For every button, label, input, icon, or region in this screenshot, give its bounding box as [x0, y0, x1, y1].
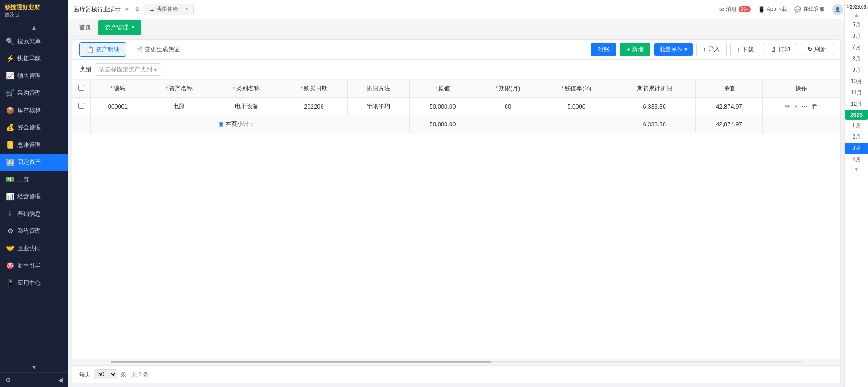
sidebar-label-quick-nav: 快捷导航: [17, 55, 41, 63]
sidebar-item-business[interactable]: 📊经营管理: [0, 188, 68, 205]
tab-asset-detail[interactable]: 📋 资产明细: [79, 42, 126, 57]
month-item-9月[interactable]: 9月: [845, 64, 868, 76]
tab-generate-voucher[interactable]: 📄 变更生成凭证: [128, 42, 187, 57]
cell-actions: ✏ ⎘ ⋯ 🗑: [762, 98, 840, 115]
sidebar-item-basic-info[interactable]: ℹ基础信息: [0, 205, 68, 223]
topbar-left: 医疗器械行业演示 ▾ ⚙ ☁ 我要体验一下: [74, 4, 194, 15]
sidebar-item-enterprise[interactable]: 🤝企业协同: [0, 240, 68, 257]
download-button[interactable]: ↓ 下载: [730, 43, 761, 56]
month-item-3月[interactable]: 3月: [845, 143, 868, 154]
cell-original-value: 50,000.00: [409, 98, 476, 115]
header-checkbox[interactable]: [72, 80, 90, 98]
messages-button[interactable]: ✉ 消息 99+: [719, 5, 751, 13]
asset-table: *编码 *资产名称 *类别名称 *购买日期 折旧方法 *原值 *期限(月) *残…: [72, 80, 840, 133]
app-download-button[interactable]: 📱 App下载: [758, 5, 787, 13]
sidebar-item-quick-nav[interactable]: ⚡快捷导航: [0, 50, 68, 67]
tab-asset-management[interactable]: 资产管理 ×: [98, 20, 141, 35]
edit-icon[interactable]: ✏: [785, 103, 790, 110]
sidebar-item-purchase[interactable]: 🛒采购管理: [0, 84, 68, 102]
main-with-panel: 📋 资产明细 📄 变更生成凭证 对账 + 新增 批量操作 ▾: [68, 35, 844, 387]
horizontal-scrollbar[interactable]: [72, 359, 840, 365]
subtotal-label-cell: ▣ 本页小计：: [213, 115, 409, 133]
tab-home[interactable]: 首页: [73, 20, 98, 35]
sidebar-item-system[interactable]: ⚙系统管理: [0, 223, 68, 240]
panel-scroll-up[interactable]: ▲: [853, 11, 860, 19]
month-item-2023[interactable]: 2023: [845, 110, 868, 120]
row-select[interactable]: [78, 103, 84, 109]
refresh-button[interactable]: ↻ 刷新: [801, 43, 833, 56]
panel-close-icon[interactable]: ×: [847, 4, 850, 10]
row-checkbox[interactable]: [72, 98, 90, 115]
scroll-thumb[interactable]: [111, 361, 491, 363]
sidebar-icon-inventory: 📦: [5, 106, 15, 114]
cell-accumulated: 6,333.36: [613, 98, 696, 115]
select-all-checkbox[interactable]: [78, 85, 84, 91]
sidebar-item-payroll[interactable]: 💵工资: [0, 171, 68, 188]
sidebar-scroll-up[interactable]: ▲: [0, 22, 68, 33]
subtotal-period-empty: [476, 115, 540, 133]
dl-icon: ↓: [737, 46, 740, 53]
messages-label: 消息: [726, 5, 737, 13]
header-residual-rate: *残值率(%): [540, 80, 613, 98]
sidebar-item-sales[interactable]: 📈销售管理: [0, 67, 68, 84]
subtotal-accumulated: 6,333.36: [613, 115, 696, 133]
more-icon[interactable]: ⋯: [801, 103, 808, 110]
month-item-5月[interactable]: 5月: [845, 19, 868, 30]
generate-voucher-label: 变更生成凭证: [144, 45, 180, 54]
import-button[interactable]: ↑ 导入: [696, 43, 727, 56]
batch-button[interactable]: 批量操作 ▾: [654, 43, 693, 56]
app-download-label: App下载: [767, 5, 787, 13]
sidebar-item-ledger[interactable]: 📒总账管理: [0, 136, 68, 154]
panel-scroll-down[interactable]: ▼: [853, 165, 860, 174]
total-text: 条，共 1 条: [121, 371, 149, 378]
header-accumulated: 期初累计折旧: [613, 80, 696, 98]
sidebar-item-app-center[interactable]: 📱应用中心: [0, 274, 68, 292]
sidebar-label-sales: 销售管理: [17, 72, 41, 80]
month-item-8月[interactable]: 8月: [845, 53, 868, 64]
panel-expand-icon[interactable]: ⤢: [866, 4, 868, 10]
delete-icon[interactable]: 🗑: [811, 103, 818, 110]
new-button[interactable]: + 新增: [620, 43, 650, 56]
topbar: 医疗器械行业演示 ▾ ⚙ ☁ 我要体验一下 ✉ 消息 99+ 📱 App下载 💬…: [68, 0, 868, 19]
month-item-10月[interactable]: 10月: [845, 76, 868, 87]
sidebar-item-inventory[interactable]: 📦库存核算: [0, 102, 68, 119]
sidebar-item-search[interactable]: 🔍搜索菜单: [0, 33, 68, 50]
month-item-4月[interactable]: 4月: [845, 154, 868, 165]
month-item-2月[interactable]: 2月: [845, 131, 868, 143]
sidebar-label-fund: 资金管理: [17, 124, 41, 132]
asset-detail-label: 资产明细: [96, 45, 119, 54]
company-dropdown-icon[interactable]: ▾: [125, 6, 129, 13]
month-item-6月[interactable]: 6月: [845, 30, 868, 42]
sub-tabs-bar: 📋 资产明细 📄 变更生成凭证 对账 + 新增 批量操作 ▾: [72, 40, 840, 60]
company-settings-icon[interactable]: ⚙: [135, 6, 140, 13]
sidebar-item-fund[interactable]: 💰资金管理: [0, 119, 68, 136]
pagination: 每页 50 100 200 条，共 1 条: [72, 365, 840, 383]
sidebar-scroll-down[interactable]: ▼: [0, 362, 68, 372]
category-placeholder: 请选择固定资产类别: [99, 65, 152, 74]
header-category: *类别名称: [213, 80, 280, 98]
scroll-track: [111, 361, 802, 363]
sidebar-icon-fund: 💰: [5, 124, 15, 132]
experience-button[interactable]: ☁ 我要体验一下: [144, 4, 194, 15]
sidebar-icon-fixed-assets: 🏢: [5, 158, 15, 166]
sidebar-item-guide[interactable]: 🎯新手引导: [0, 257, 68, 274]
account-button[interactable]: 对账: [591, 43, 616, 56]
print-button[interactable]: 🖨 打印: [764, 43, 797, 56]
sidebar-item-fixed-assets[interactable]: 🏢固定资产: [0, 154, 68, 171]
topbar-right: ✉ 消息 99+ 📱 App下载 💬 在线客服 👤 畅捷通: [719, 4, 863, 15]
category-select[interactable]: 请选择固定资产类别 ▾: [95, 63, 161, 76]
tabs-bar: 首页 资产管理 ×: [68, 19, 868, 35]
tab-close-icon[interactable]: ×: [131, 24, 134, 30]
sidebar-settings-icon[interactable]: ⚙: [5, 377, 11, 383]
subtotal-empty-1: [72, 115, 90, 133]
month-item-1月[interactable]: 1月: [845, 120, 868, 131]
month-item-12月[interactable]: 12月: [845, 99, 868, 110]
month-item-7月[interactable]: 7月: [845, 42, 868, 53]
online-service-button[interactable]: 💬 在线客服: [794, 5, 825, 13]
main-area: 医疗器械行业演示 ▾ ⚙ ☁ 我要体验一下 ✉ 消息 99+ 📱 App下载 💬…: [68, 0, 868, 387]
copy-icon[interactable]: ⎘: [794, 103, 798, 110]
per-page-select[interactable]: 50 100 200: [94, 369, 117, 379]
sidebar-label-basic-info: 基础信息: [17, 210, 41, 218]
sidebar-collapse-icon[interactable]: ◀: [58, 377, 63, 383]
month-item-11月[interactable]: 11月: [845, 87, 868, 99]
